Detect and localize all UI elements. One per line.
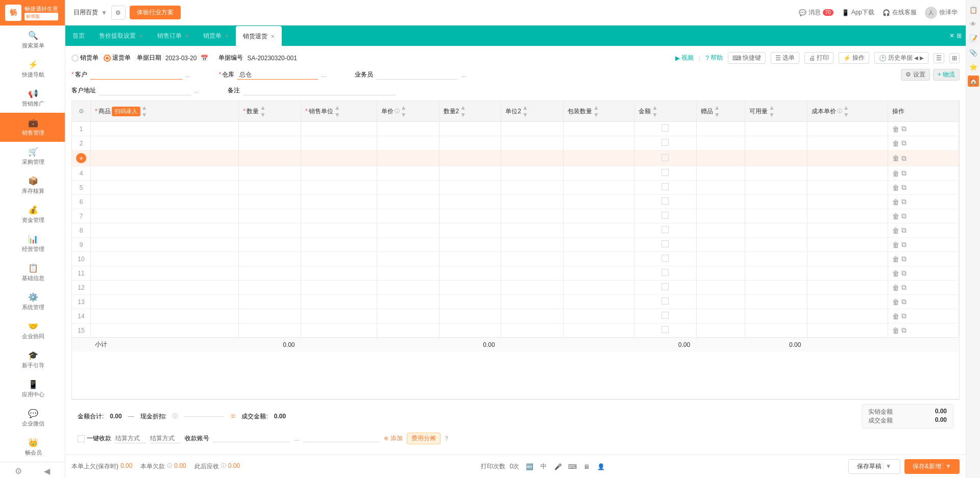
cell-1-3[interactable] — [439, 122, 501, 136]
delete-icon-9[interactable]: 🗑 — [892, 241, 899, 249]
gift-checkbox-10[interactable] — [662, 255, 669, 262]
calendar-icon[interactable]: 📅 — [201, 55, 208, 62]
product-cell-11[interactable] — [91, 266, 239, 281]
gift-checkbox-9[interactable] — [662, 240, 669, 247]
tab-close-all-icon[interactable]: ✕ — [949, 32, 954, 39]
gift-checkbox-3[interactable] — [662, 154, 669, 161]
tab-sale-return-close[interactable]: ✕ — [271, 34, 275, 39]
radio-sale[interactable]: 销货单 — [71, 54, 99, 62]
cell-13-5[interactable] — [563, 295, 634, 309]
daily-goods-selector[interactable]: 日用百货 ▼ — [74, 8, 107, 17]
cell-10-3[interactable] — [439, 252, 501, 266]
gift-checkbox-1[interactable] — [662, 124, 669, 132]
staff-input[interactable] — [376, 70, 458, 80]
cell-2-6[interactable] — [634, 136, 696, 150]
copy-icon-9[interactable]: ⧉ — [901, 240, 906, 249]
save-new-button[interactable]: 保存&新增 ▼ — [904, 459, 960, 474]
gift-checkbox-4[interactable] — [662, 169, 669, 176]
delete-icon-8[interactable]: 🗑 — [892, 227, 899, 235]
cell-8-2[interactable] — [377, 223, 439, 238]
product-cell-15[interactable] — [91, 323, 239, 338]
cell-5-0[interactable] — [239, 181, 301, 195]
cell-3-1[interactable] — [301, 150, 377, 166]
product-cell-7[interactable] — [91, 209, 239, 223]
cell-15-3[interactable] — [439, 323, 501, 338]
delete-icon-14[interactable]: 🗑 — [892, 312, 899, 320]
cell-15-5[interactable] — [563, 323, 634, 338]
one-click-cb[interactable] — [78, 435, 85, 442]
gift-checkbox-6[interactable] — [662, 197, 669, 205]
doc-action-shortcut[interactable]: ⌨ 快捷键 — [728, 52, 766, 64]
cell-14-8[interactable] — [745, 309, 807, 323]
split-button[interactable]: 费用分摊 — [407, 433, 440, 444]
cell-7-7[interactable] — [696, 209, 745, 223]
product-cell-10[interactable] — [91, 252, 239, 266]
delete-icon-3[interactable]: 🗑 — [892, 154, 899, 162]
cell-9-2[interactable] — [377, 238, 439, 252]
cell-4-0[interactable] — [239, 166, 301, 181]
tab-sale-return[interactable]: 销货退货 ✕ — [236, 26, 282, 46]
cell-2-7[interactable] — [696, 136, 745, 150]
sidebar-item-app[interactable]: 📱 应用中心 — [0, 374, 65, 404]
cell-5-2[interactable] — [377, 181, 439, 195]
delete-icon-4[interactable]: 🗑 — [892, 169, 899, 178]
cell-13-7[interactable] — [696, 295, 745, 309]
cell-12-5[interactable] — [563, 281, 634, 295]
cell-6-5[interactable] — [563, 195, 634, 209]
cell-11-4[interactable] — [501, 266, 564, 281]
cell-10-8[interactable] — [745, 252, 807, 266]
cell-3-2[interactable] — [377, 150, 439, 166]
copy-icon-15[interactable]: ⧉ — [901, 326, 906, 335]
cell-8-6[interactable] — [634, 223, 696, 238]
amount-input[interactable] — [303, 435, 380, 442]
header-settings-button[interactable]: ⚙ — [111, 6, 126, 20]
cell-14-4[interactable] — [501, 309, 564, 323]
cell-15-6[interactable] — [634, 323, 696, 338]
right-panel-item-4[interactable]: 📎 — [968, 47, 979, 58]
gift-checkbox-11[interactable] — [662, 269, 669, 276]
toolbar-icon-4[interactable]: ⌨ — [566, 461, 578, 473]
cell-2-2[interactable] — [377, 136, 439, 150]
doc-action-history[interactable]: 🕐 历史单据 ◀ ▶ — [874, 52, 928, 64]
logistics-button[interactable]: + 物流 — [933, 69, 960, 81]
cell-11-2[interactable] — [377, 266, 439, 281]
cell-8-3[interactable] — [439, 223, 501, 238]
sidebar-item-finance[interactable]: 💰 资金管理 — [0, 200, 65, 229]
cell-14-0[interactable] — [239, 309, 301, 323]
settings-button[interactable]: ⚙ 设置 — [901, 69, 929, 81]
cell-3-0[interactable] — [239, 150, 301, 166]
cell-4-6[interactable] — [634, 166, 696, 181]
cell-6-3[interactable] — [439, 195, 501, 209]
customer-ellipsis-btn[interactable]: ... — [185, 71, 190, 79]
cell-11-7[interactable] — [696, 266, 745, 281]
cell-11-5[interactable] — [563, 266, 634, 281]
right-panel-item-2[interactable]: 👁 — [968, 18, 979, 30]
product-cell-4[interactable] — [91, 166, 239, 181]
add-row-button[interactable]: + — [76, 153, 86, 163]
cell-7-3[interactable] — [439, 209, 501, 223]
cell-15-8[interactable] — [745, 323, 807, 338]
delete-icon-11[interactable]: 🗑 — [892, 269, 899, 278]
address-input[interactable] — [99, 86, 191, 95]
copy-icon-7[interactable]: ⧉ — [901, 212, 906, 220]
tab-sale-order-close[interactable]: ✕ — [185, 33, 189, 39]
cell-2-8[interactable] — [745, 136, 807, 150]
delete-icon-1[interactable]: 🗑 — [892, 125, 899, 133]
online-service-button[interactable]: 🎧 在线客服 — [883, 8, 917, 17]
cell-4-1[interactable] — [301, 166, 377, 181]
doc-action-print[interactable]: 🖨 打印 — [804, 52, 834, 64]
cell-2-0[interactable] — [239, 136, 301, 150]
cell-5-3[interactable] — [439, 181, 501, 195]
address-ellipsis-btn[interactable]: ... — [194, 87, 199, 94]
product-cell-2[interactable] — [91, 136, 239, 150]
sidebar-item-guide[interactable]: 🎓 新手引导 — [0, 345, 65, 374]
settle-method-label[interactable]: 结算方式 — [115, 434, 146, 443]
cell-3-4[interactable] — [501, 150, 564, 166]
product-cell-9[interactable] — [91, 238, 239, 252]
product-cell-6[interactable] — [91, 195, 239, 209]
cell-14-6[interactable] — [634, 309, 696, 323]
cell-13-3[interactable] — [439, 295, 501, 309]
sidebar-item-operation[interactable]: 📊 经营管理 — [0, 229, 65, 258]
cell-8-4[interactable] — [501, 223, 564, 238]
cell-6-6[interactable] — [634, 195, 696, 209]
